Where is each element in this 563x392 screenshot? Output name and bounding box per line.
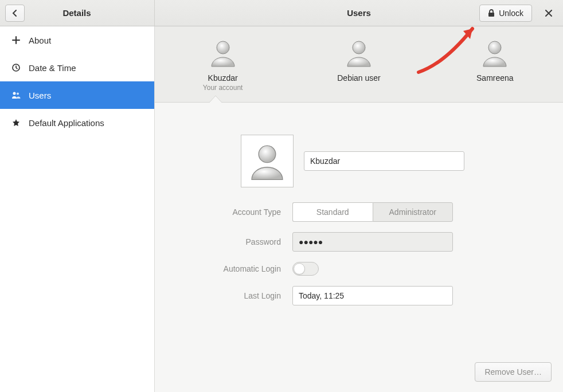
svg-point-3	[17, 93, 19, 95]
svg-point-4	[217, 41, 229, 54]
svg-point-6	[488, 41, 501, 54]
svg-point-5	[353, 41, 365, 54]
clock-icon	[11, 63, 21, 72]
user-card-kbuzdar[interactable]: Kbuzdar Your account	[177, 38, 269, 92]
main-panel: Kbuzdar Your account Debian user Samreen…	[155, 26, 563, 392]
account-type-label: Account Type	[172, 207, 292, 217]
sidebar-item-label: Default Applications	[29, 118, 104, 128]
person-icon	[208, 38, 238, 68]
user-card-samreena[interactable]: Samreena	[449, 38, 541, 92]
account-type-segmented: Standard Administrator	[292, 202, 453, 222]
sidebar-item-label: About	[29, 36, 51, 45]
full-name-input[interactable]	[304, 151, 464, 171]
switch-knob	[294, 263, 305, 275]
lastlogin-label: Last Login	[172, 291, 292, 300]
user-name: Debian user	[313, 73, 405, 83]
sidebar-item-default-apps[interactable]: Default Applications	[0, 109, 154, 136]
password-label: Password	[172, 237, 292, 246]
unlock-button[interactable]: Unlock	[479, 5, 532, 22]
users-carousel: Kbuzdar Your account Debian user Samreen…	[155, 26, 563, 103]
standard-button[interactable]: Standard	[292, 202, 373, 222]
password-field[interactable]: ●●●●●	[292, 232, 453, 252]
back-button[interactable]	[5, 5, 25, 22]
user-card-debian[interactable]: Debian user	[313, 38, 405, 92]
sidebar: About Date & Time Users Default Applicat…	[0, 26, 155, 392]
plus-icon	[11, 36, 21, 45]
main-title-region: Users Unlock	[155, 0, 563, 26]
star-icon	[11, 118, 21, 127]
user-detail: Account Type Standard Administrator Pass…	[155, 103, 563, 392]
avatar-button[interactable]	[241, 135, 294, 187]
svg-point-7	[259, 146, 276, 163]
people-icon	[11, 91, 21, 100]
user-name: Samreena	[449, 73, 541, 83]
autologin-label: Automatic Login	[172, 264, 292, 273]
sidebar-title: Details	[25, 8, 129, 18]
sidebar-title-region: Details	[0, 0, 155, 26]
close-icon	[545, 10, 552, 17]
svg-point-2	[13, 92, 16, 95]
unlock-label: Unlock	[499, 9, 523, 18]
user-name: Kbuzdar	[177, 73, 269, 83]
sidebar-item-datetime[interactable]: Date & Time	[0, 54, 154, 81]
administrator-button[interactable]: Administrator	[373, 202, 453, 222]
sidebar-item-about[interactable]: About	[0, 26, 154, 54]
person-icon	[247, 141, 287, 181]
lock-icon	[488, 9, 495, 17]
sidebar-item-label: Date & Time	[29, 63, 76, 73]
close-button[interactable]	[540, 5, 557, 22]
remove-user-button[interactable]: Remove User…	[475, 362, 552, 382]
chevron-left-icon	[12, 10, 18, 17]
user-subtitle: Your account	[177, 84, 269, 92]
sidebar-item-label: Users	[29, 91, 51, 100]
selection-caret-icon	[209, 96, 222, 103]
sidebar-item-users[interactable]: Users	[0, 81, 154, 109]
person-icon	[344, 38, 374, 68]
lastlogin-field[interactable]: Today, 11:25	[292, 286, 453, 305]
autologin-switch[interactable]	[292, 262, 319, 276]
svg-rect-0	[488, 13, 494, 17]
person-icon	[480, 38, 510, 68]
titlebar: Details Users Unlock	[0, 0, 563, 26]
